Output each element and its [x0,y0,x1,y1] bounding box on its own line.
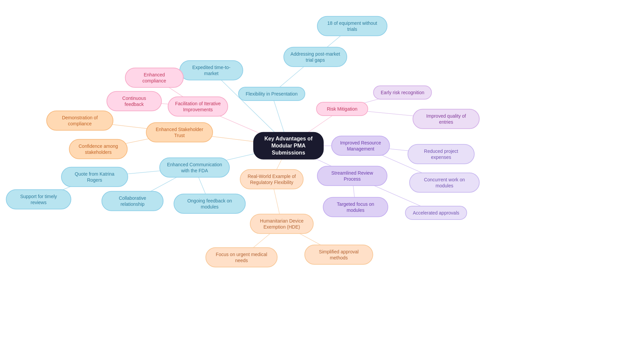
node-demo-compliance: Demonstration of compliance [46,111,113,131]
mindmap-container: Key Advantages of Modular PMA Submission… [0,0,644,363]
center-node: Key Advantages of Modular PMA Submission… [253,132,324,160]
node-quote-katrina: Quote from Katrina Rogers [61,167,128,187]
node-expedited: Expedited time-to-market [179,60,243,80]
node-facilitation: Facilitation of Iterative Improvements [168,97,228,117]
node-improved-quality: Improved quality of entries [413,109,480,129]
node-accelerated: Accelerated approvals [405,206,467,220]
node-focus-urgent: Focus on urgent medical needs [206,247,278,267]
node-enhanced-comm: Enhanced Communication with the FDA [159,158,230,178]
node-collaborative: Collaborative relationship [102,191,164,211]
node-early-risk: Early risk recognition [373,85,432,100]
node-real-world: Real-World Example of Regulatory Flexibi… [240,169,304,189]
node-flexibility: Flexibility in Presentation [238,87,305,101]
node-continuous-feedback: Continuous feedback [107,91,162,111]
node-improved-resource: Improved Resource Management [331,136,390,156]
node-confidence: Confidence among stakeholders [69,139,128,159]
node-hde: Humanitarian Device Exemption (HDE) [250,214,314,234]
node-simplified: Simplified approval methods [305,245,373,265]
node-concurrent: Concurrent work on modules [409,173,480,193]
node-streamlined: Streamlined Review Process [317,166,387,186]
node-risk-mitigation: Risk Mitigation [316,102,368,116]
node-enhanced-trust: Enhanced Stakeholder Trust [146,122,213,142]
node-enhanced-compliance: Enhanced compliance [125,68,184,88]
node-equipment18: 18 of equipment without trials [317,16,387,36]
node-addressing: Addressing post-market trial gaps [283,47,347,67]
node-reduced-expenses: Reduced project expenses [408,144,475,164]
node-support-timely: Support for timely reviews [6,189,71,209]
node-ongoing-feedback: Ongoing feedback on modules [174,194,246,214]
node-targeted: Targeted focus on modules [323,197,388,217]
